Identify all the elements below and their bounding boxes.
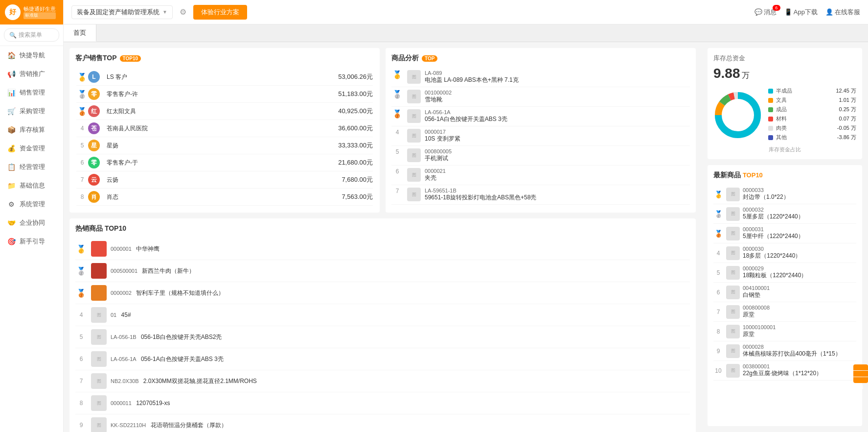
- customer-ranking-badge: TOP10: [120, 55, 141, 62]
- sidebar-item-label: 销售管理: [20, 88, 45, 97]
- sidebar-item-label: 系统管理: [20, 200, 45, 209]
- sidebar-item-label: 新手引导: [20, 237, 45, 246]
- system-selector[interactable]: 装备及固定资产辅助管理系统 ▼: [71, 5, 173, 19]
- app-tag: 标准版: [23, 12, 56, 19]
- finance-icon: 💰: [7, 144, 16, 152]
- sidebar-item-enterprise[interactable]: 🤝 企业协同: [0, 214, 63, 232]
- settings-button[interactable]: ⚙: [178, 5, 188, 19]
- sidebar-item-basic-info[interactable]: 📁 基础信息: [0, 176, 63, 195]
- product-sales-row: 6 图 0000021 夹壳: [391, 166, 690, 185]
- customer-ranking-panel: 客户销售TOP TOP10 🥇 L LS 客户 53,006.26元 🥈 零 零…: [69, 48, 380, 213]
- sidebar-item-label: 库存核算: [20, 125, 45, 134]
- new-product-row: 🥇 图 0000033 封边带（1.0*22）: [713, 185, 856, 204]
- legend-item: 半成品 12.45 万: [768, 87, 856, 95]
- product-sales-panel: 商品分析 TOP 🥇 图 LA-089 电池盖 LA-089 ABS本色+黑种 …: [386, 48, 696, 213]
- inventory-chart-label: 库存资金占比: [713, 146, 856, 153]
- float-buttons: 客服热线 服务社区 直播: [853, 364, 868, 383]
- notification-icon: 💬: [754, 8, 762, 16]
- legend-item: 文具 1.01 万: [768, 96, 856, 104]
- chevron-down-icon: ▼: [162, 9, 167, 15]
- legend-item: 成品 0.25 万: [768, 106, 856, 113]
- hot-products-list: 🥇 0000001 中华神鹰 🥈 000500001 新西兰牛肉（新牛） 🥉 0…: [75, 238, 690, 432]
- hot-products-panel: 热销商品 TOP10 🥇 0000001 中华神鹰 🥈 000500001 新西…: [69, 218, 696, 432]
- hot-products-title: 热销商品 TOP10: [75, 224, 690, 233]
- product-sales-row: 4 图 0000017 10S 变刹罗紧: [391, 126, 690, 146]
- live-stream-btn[interactable]: 直播: [853, 377, 868, 383]
- sidebar-item-guide[interactable]: 🎯 新手引导: [0, 232, 63, 251]
- customer-ranking-title: 客户销售TOP TOP10: [75, 54, 374, 63]
- online-service-btn[interactable]: 👤 在线客服: [825, 8, 860, 17]
- product-sales-row: 🥉 图 LA-056-1A 056-1A白色按键开关盖ABS 3壳: [391, 107, 690, 126]
- sales-icon: 📊: [7, 89, 16, 96]
- app-download-label: App下载: [794, 8, 818, 17]
- new-product-row: 8 图 10000100001 原堂: [713, 322, 856, 341]
- main-area: 装备及固定资产辅助管理系统 ▼ ⚙ 体验行业方案 💬 消息 6 📱 App下载 …: [64, 0, 868, 432]
- home-icon: 🏠: [7, 51, 16, 59]
- product-sales-row: 7 图 LA-59651-1B 59651-1B旋转投影灯电池盒ABS黑色+58…: [391, 185, 690, 205]
- inventory-unit: 万: [742, 71, 750, 79]
- service-icon: 👤: [825, 8, 833, 16]
- tab-home[interactable]: 首页: [64, 24, 96, 42]
- hot-product-row: 9 图 KK-SD22110H 花语萌恒温分蘖桶套（厚款）: [75, 414, 690, 432]
- new-product-row: 🥈 图 0000032 5厘多层（1220*2440）: [713, 204, 856, 224]
- inventory-icon: 📦: [7, 126, 16, 134]
- inventory-panel: 库存总资金 9.88 万 半成品 12.45 万: [708, 48, 862, 159]
- hot-product-row: 6 图 LA-056-1A 056-1A白色按键开关盖ABS 3壳: [75, 348, 690, 370]
- sidebar-item-label: 营销推广: [20, 70, 45, 78]
- logo-text: 畅捷通好生意 标准版: [23, 5, 56, 19]
- sidebar-search-area: 🔍 搜索菜单: [0, 24, 63, 46]
- hot-product-row: 8 图 0000011 12070519-xs: [75, 392, 690, 414]
- customer-ranking-table: 🥇 L LS 客户 53,006.26元 🥈 零 零售客户-许 51,183.0…: [75, 68, 374, 207]
- legend-item: 材料 0.07 万: [768, 115, 856, 122]
- sidebar-item-operations[interactable]: 📋 经营管理: [0, 158, 63, 176]
- product-sales-row: 5 图 000800005 手机测试: [391, 146, 690, 166]
- product-sales-row: 🥇 图 LA-089 电池盖 LA-089 ABS本色+黑种 7.1克: [391, 68, 690, 87]
- sidebar-item-label: 资金管理: [20, 144, 45, 153]
- sidebar-item-label: 采购管理: [20, 107, 45, 116]
- service-community-btn[interactable]: 服务社区: [853, 371, 868, 377]
- hot-product-row: 🥈 000500001 新西兰牛肉（新牛）: [75, 260, 690, 282]
- online-service-label: 在线客服: [835, 8, 860, 17]
- sidebar-item-label: 基础信息: [20, 181, 45, 190]
- new-product-row: 5 图 0000029 18颗粒板（1220*2440）: [713, 263, 856, 283]
- sidebar-item-quicknav[interactable]: 🏠 快捷导航: [0, 46, 63, 65]
- system-selector-label: 装备及固定资产辅助管理系统: [77, 8, 160, 17]
- new-product-row: 7 图 000800008 原堂: [713, 302, 856, 322]
- top-panels: 客户销售TOP TOP10 🥇 L LS 客户 53,006.26元 🥈 零 零…: [69, 48, 696, 213]
- sidebar-item-purchase[interactable]: 🛒 采购管理: [0, 102, 63, 120]
- marketing-icon: 📢: [7, 70, 16, 78]
- new-products-panel: 最新商品 TOP10 🥇 图 0000033 封边带（1.0*22） 🥈 图 0…: [708, 165, 862, 426]
- sidebar-item-finance[interactable]: 💰 资金管理: [0, 139, 63, 158]
- operations-icon: 📋: [7, 163, 16, 171]
- new-products-title: 最新商品 TOP10: [713, 171, 856, 180]
- sidebar-nav: 🏠 快捷导航 📢 营销推广 📊 销售管理 🛒 采购管理 📦 库存核算 💰 资金管…: [0, 46, 63, 432]
- sidebar-item-system[interactable]: ⚙ 系统管理: [0, 195, 63, 214]
- app-name: 畅捷通好生意: [23, 5, 56, 12]
- customer-ranking-title-text: 客户销售TOP: [75, 54, 117, 63]
- new-products-top-label: TOP10: [743, 171, 763, 179]
- notification-btn[interactable]: 💬 消息 6: [754, 8, 777, 17]
- mobile-icon: 📱: [784, 8, 792, 16]
- trial-button[interactable]: 体验行业方案: [193, 5, 247, 20]
- sidebar-item-marketing[interactable]: 📢 营销推广: [0, 65, 63, 83]
- inventory-amount: 9.88: [713, 66, 740, 81]
- notification-count: 6: [773, 5, 780, 11]
- search-menu-btn[interactable]: 🔍 搜索菜单: [4, 28, 59, 42]
- purchase-icon: 🛒: [7, 107, 16, 115]
- hot-product-row: 7 图 NB2.0X30B 2.0X30MM双搓花轴,搓花直径2.1MM/ROH…: [75, 370, 690, 392]
- search-icon: 🔍: [9, 32, 17, 39]
- hot-product-row: 5 图 LA-056-1B 056-1B白色按键开关壳ABS2壳: [75, 326, 690, 348]
- app-download-btn[interactable]: 📱 App下载: [784, 8, 818, 17]
- content-main: 客户销售TOP TOP10 🥇 L LS 客户 53,006.26元 🥈 零 零…: [64, 42, 702, 432]
- system-icon: ⚙: [7, 200, 16, 208]
- inventory-legend: 半成品 12.45 万 文具 1.01 万 成品 0.25 万 材料 0.07 …: [768, 87, 856, 143]
- hot-product-row: 4 图 01 45#: [75, 304, 690, 326]
- sidebar-item-inventory[interactable]: 📦 库存核算: [0, 120, 63, 139]
- search-label: 搜索菜单: [19, 31, 42, 39]
- new-product-row: 4 图 0000030 18多层（1220*2440）: [713, 243, 856, 263]
- new-product-row: 9 图 0000028 体械燕核味苏打饮品400毫升（1*15）: [713, 341, 856, 361]
- sidebar-item-sales[interactable]: 📊 销售管理: [0, 83, 63, 102]
- customer-service-btn[interactable]: 客服热线: [853, 364, 868, 370]
- content-area: 客户销售TOP TOP10 🥇 L LS 客户 53,006.26元 🥈 零 零…: [64, 42, 868, 432]
- guide-icon: 🎯: [7, 238, 16, 245]
